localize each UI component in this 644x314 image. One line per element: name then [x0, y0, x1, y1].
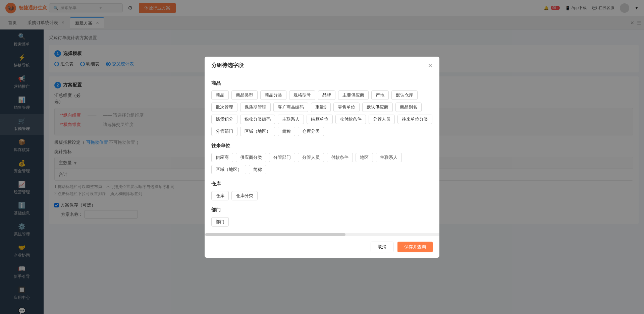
tag-main-supplier[interactable]: 主要供应商 [338, 90, 369, 100]
tag-retail-unit[interactable]: 零售单位 [333, 103, 360, 112]
section-product: 商品 商品 商品类型 商品分类 规格型号 品牌 主要供应商 产地 默认仓库 批次… [211, 80, 433, 136]
tag-main-contact-partner[interactable]: 主联系人 [376, 153, 402, 162]
modal-hscroll[interactable] [205, 233, 439, 236]
tag-region-product[interactable]: 区域（地区） [240, 127, 275, 136]
tag-default-supplier[interactable]: 默认供应商 [362, 103, 393, 112]
tag-managing-dept[interactable]: 分管部门 [211, 127, 237, 136]
tag-managing-dept-partner[interactable]: 分管部门 [269, 153, 295, 162]
tag-origin[interactable]: 产地 [371, 90, 389, 100]
tag-managing-person-partner[interactable]: 分管人员 [298, 153, 324, 162]
tag-spec-model[interactable]: 规格型号 [289, 90, 315, 100]
modal-close-button[interactable]: ✕ [428, 62, 433, 69]
tag-supplier-category[interactable]: 供应商分类 [236, 153, 266, 162]
tag-region-area-partner[interactable]: 区域（地区） [211, 165, 246, 174]
tag-short-name-partner[interactable]: 简称 [249, 165, 266, 174]
modal-header: 分组待选字段 ✕ [205, 57, 439, 75]
tag-product-category[interactable]: 商品分类 [260, 90, 286, 100]
tag-main-contact[interactable]: 主联系人 [278, 115, 304, 124]
modal-body: 商品 商品 商品类型 商品分类 规格型号 品牌 主要供应商 产地 默认仓库 批次… [205, 75, 439, 233]
tag-weight3[interactable]: 重量3 [311, 103, 331, 112]
field-selection-modal: 分组待选字段 ✕ 商品 商品 商品类型 商品分类 规格型号 品牌 主要供应商 产… [205, 57, 439, 258]
cancel-button[interactable]: 取消 [371, 242, 393, 252]
section-department-title: 部门 [211, 207, 433, 213]
tag-product[interactable]: 商品 [211, 90, 229, 100]
modal-footer: 取消 保存并查询 [205, 236, 439, 258]
section-partner-tags: 供应商 供应商分类 分管部门 分管人员 付款条件 地区 主联系人 区域（地区） … [211, 153, 433, 174]
tag-settlement-unit[interactable]: 结算单位 [307, 115, 333, 124]
modal-overlay: 分组待选字段 ✕ 商品 商品 商品类型 商品分类 规格型号 品牌 主要供应商 产… [0, 0, 644, 314]
section-department-tags: 部门 [211, 217, 433, 227]
section-product-title: 商品 [211, 80, 433, 86]
tag-customer-product-code[interactable]: 客户商品编码 [273, 103, 308, 112]
tag-warehouse[interactable]: 仓库 [211, 191, 229, 200]
save-query-button[interactable]: 保存并查询 [397, 242, 433, 252]
tag-brand[interactable]: 品牌 [318, 90, 335, 100]
tag-warehouse-category[interactable]: 仓库分类 [231, 191, 258, 200]
section-partner: 往来单位 供应商 供应商分类 分管部门 分管人员 付款条件 地区 主联系人 区域… [211, 143, 433, 174]
tag-payment-condition[interactable]: 付款条件 [327, 153, 353, 162]
tag-supplier[interactable]: 供应商 [211, 153, 233, 162]
tag-batch-mgmt[interactable]: 批次管理 [211, 103, 237, 112]
tag-partner-category[interactable]: 往来单位分类 [397, 115, 432, 124]
tag-expiry-mgmt[interactable]: 保质期管理 [240, 103, 271, 112]
tag-department[interactable]: 部门 [211, 217, 229, 227]
tag-short-name-product[interactable]: 简称 [278, 127, 295, 136]
section-partner-title: 往来单位 [211, 143, 433, 149]
tag-product-alias[interactable]: 商品别名 [395, 103, 422, 112]
tag-pick-points[interactable]: 拣货积分 [211, 115, 237, 124]
hscroll-thumb[interactable] [205, 233, 345, 236]
section-product-tags: 商品 商品类型 商品分类 规格型号 品牌 主要供应商 产地 默认仓库 批次管理 … [211, 90, 433, 136]
tag-payment-terms[interactable]: 收付款条件 [335, 115, 366, 124]
tag-region-partner[interactable]: 地区 [356, 153, 373, 162]
section-warehouse-title: 仓库 [211, 181, 433, 187]
modal-title: 分组待选字段 [211, 62, 244, 69]
tag-warehouse-cat-product[interactable]: 仓库分类 [298, 127, 324, 136]
tag-product-type[interactable]: 商品类型 [231, 90, 258, 100]
section-warehouse: 仓库 仓库 仓库分类 [211, 181, 433, 200]
section-warehouse-tags: 仓库 仓库分类 [211, 191, 433, 200]
tag-tax-code[interactable]: 税收分类编码 [240, 115, 275, 124]
section-department: 部门 部门 [211, 207, 433, 227]
tag-supervisor[interactable]: 分管人员 [369, 115, 395, 124]
tag-default-warehouse[interactable]: 默认仓库 [391, 90, 418, 100]
